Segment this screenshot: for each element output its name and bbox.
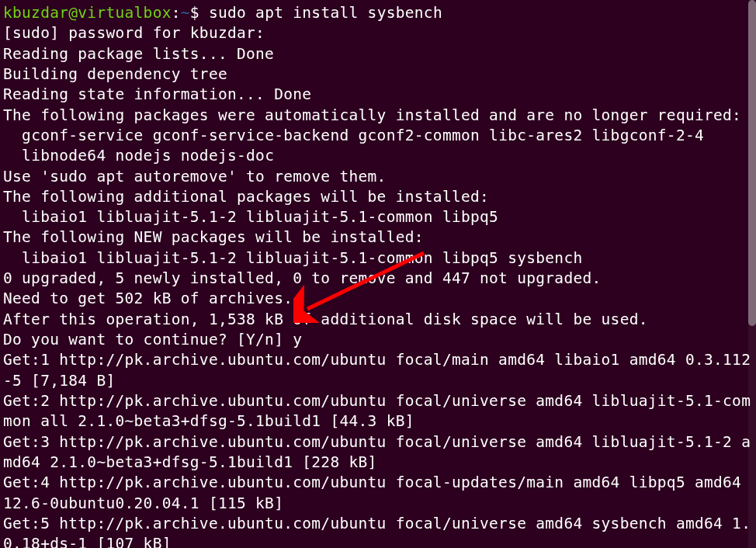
command-text: sudo apt install sysbench [209, 4, 442, 22]
scrollbar-thumb[interactable] [748, 0, 756, 326]
output-line: gconf-service gconf-service-backend gcon… [3, 127, 704, 144]
output-line: libnode64 nodejs nodejs-doc [3, 147, 274, 165]
output-line: The following additional packages will b… [3, 188, 489, 206]
output-line: Get:4 http://pk.archive.ubuntu.com/ubunt… [3, 473, 751, 512]
output-line: 0 upgraded, 5 newly installed, 0 to remo… [3, 269, 602, 287]
output-line: Get:2 http://pk.archive.ubuntu.com/ubunt… [3, 392, 751, 430]
output-line: Reading package lists... Done [3, 45, 274, 63]
output-line: The following packages were automaticall… [3, 106, 741, 124]
output-line: Need to get 502 kB of archives. [3, 290, 293, 307]
output-line: After this operation, 1,538 kB of additi… [3, 310, 648, 328]
output-line: Reading state information... Done [3, 85, 311, 103]
prompt-separator: : [172, 4, 181, 22]
output-line: Get:5 http://pk.archive.ubuntu.com/ubunt… [3, 515, 751, 548]
output-line: Get:1 http://pk.archive.ubuntu.com/ubunt… [3, 351, 751, 389]
prompt-path: ~ [181, 4, 190, 22]
terminal-output[interactable]: kbuzdar@virtualbox:~$ sudo apt install s… [0, 0, 756, 548]
output-line: Do you want to continue? [Y/n] y [3, 331, 302, 349]
output-line: libaio1 libluajit-5.1-2 libluajit-5.1-co… [3, 208, 498, 226]
prompt-symbol: $ [190, 4, 209, 22]
prompt-user-host: kbuzdar@virtualbox [3, 4, 172, 22]
output-line: The following NEW packages will be insta… [3, 228, 424, 246]
scrollbar-track[interactable] [748, 0, 756, 548]
output-line: [sudo] password for kbuzdar: [3, 24, 265, 42]
output-line: Building dependency tree [3, 65, 227, 83]
output-line: libaio1 libluajit-5.1-2 libluajit-5.1-co… [3, 249, 583, 267]
output-line: Use 'sudo apt autoremove' to remove them… [3, 168, 387, 186]
output-line: Get:3 http://pk.archive.ubuntu.com/ubunt… [3, 433, 751, 471]
